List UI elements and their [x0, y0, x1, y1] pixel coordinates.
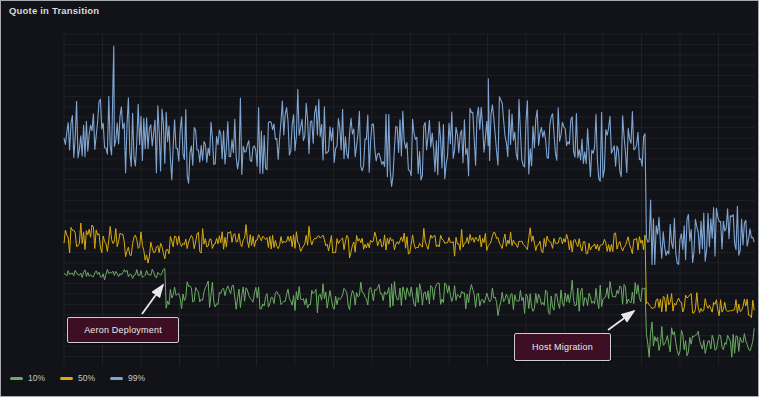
legend-swatch-icon: [110, 377, 123, 380]
grafana-panel: Quote in Transition 10%50%99% Aeron Depl…: [0, 0, 759, 397]
legend-label: 50%: [78, 373, 95, 383]
legend-item-10pct[interactable]: 10%: [10, 373, 45, 383]
annotation-arrow-aeron-deployment: [142, 285, 163, 314]
legend-item-99pct[interactable]: 99%: [110, 373, 145, 383]
legend-label: 99%: [128, 373, 145, 383]
series-line-10pct: [64, 269, 754, 358]
annotation-label-host-migration: Host Migration: [514, 333, 611, 361]
annotation-arrow-host-migration: [608, 311, 634, 330]
legend-item-50pct[interactable]: 50%: [60, 373, 95, 383]
legend-swatch-icon: [10, 377, 23, 380]
legend-swatch-icon: [60, 377, 73, 380]
panel-title[interactable]: Quote in Transition: [9, 5, 99, 16]
annotation-label-aeron-deployment: Aeron Deployment: [67, 317, 179, 343]
legend: 10%50%99%: [10, 373, 145, 383]
legend-label: 10%: [28, 373, 45, 383]
page: { "panel": { "title": "Quote in Transiti…: [0, 0, 770, 401]
